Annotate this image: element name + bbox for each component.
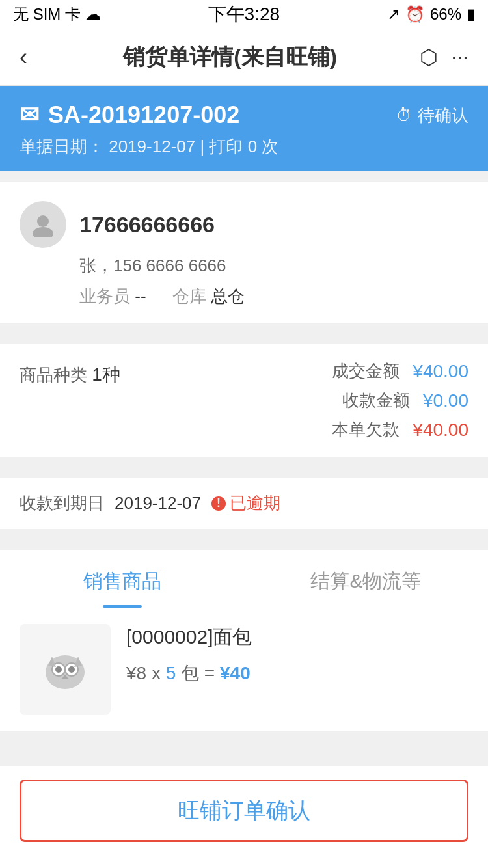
order-header-banner: ✉ SA-20191207-002 ⏱ 待确认 单据日期： 2019-12-07… — [0, 86, 488, 171]
meta-row: 业务员 -- 仓库 总仓 — [79, 285, 468, 308]
due-date-section: 收款到期日 2019-12-07 ! 已逾期 — [0, 478, 488, 529]
clock-icon: ⏱ — [396, 105, 413, 126]
type-value: 1种 — [92, 364, 120, 385]
svg-point-0 — [37, 215, 49, 227]
order-id-text: SA-20191207-002 — [48, 102, 239, 129]
tab-sales-products-label: 销售商品 — [83, 570, 161, 591]
stats-left: 商品种类 1种 — [20, 360, 120, 387]
status-left: 无 SIM 卡 ☁ — [13, 4, 101, 25]
tab-settlement[interactable]: 结算&物流等 — [244, 550, 488, 608]
back-button[interactable]: ‹ — [20, 44, 40, 71]
alarm-icon: ⏰ — [405, 5, 425, 23]
order-date-row: 单据日期： 2019-12-07 | 打印 0 次 — [20, 135, 468, 158]
product-qty: 5 — [166, 663, 176, 683]
due-date-value: 2019-12-07 — [115, 493, 201, 513]
inbox-icon: ✉ — [20, 102, 39, 129]
battery-icon: ▮ — [467, 5, 475, 23]
warehouse-value: 总仓 — [211, 286, 245, 306]
product-section: [0000002]面包 ¥8 x 5 包 = ¥40 — [0, 608, 488, 731]
due-value: ¥40.00 — [413, 420, 468, 441]
due-label: 本单欠款 — [332, 418, 400, 441]
svg-point-6 — [68, 666, 75, 673]
warehouse-label: 仓库 — [172, 286, 206, 306]
type-label: 商品种类 1种 — [20, 362, 120, 387]
amount-label: 成交金额 — [332, 360, 400, 383]
battery-level: 66% — [430, 5, 461, 23]
product-total: ¥40 — [220, 663, 251, 683]
overdue-badge: ! 已逾期 — [211, 492, 280, 515]
product-info: [0000002]面包 ¥8 x 5 包 = ¥40 — [126, 624, 468, 686]
divider-3 — [0, 529, 488, 539]
date-label: 单据日期： — [20, 137, 104, 156]
unit-price: ¥8 — [126, 663, 146, 683]
divider-2 — [0, 457, 488, 467]
page-title: 销货单详情(来自旺铺) — [40, 42, 420, 72]
product-price: ¥8 x 5 包 = ¥40 — [126, 661, 468, 686]
customer-sub-info: 张，156 6666 6666 — [79, 254, 468, 277]
received-value: ¥0.00 — [423, 390, 468, 411]
tab-settlement-label: 结算&物流等 — [310, 570, 421, 591]
warehouse-item: 仓库 总仓 — [172, 285, 245, 308]
amount-value: ¥40.00 — [413, 361, 468, 382]
customer-phone: 17666666666 — [79, 212, 215, 237]
salesperson-value: -- — [135, 286, 146, 306]
status-text: 待确认 — [418, 104, 468, 127]
print-info: | 打印 0 次 — [200, 137, 278, 156]
status-bar: 无 SIM 卡 ☁ 下午3:28 ↗ ⏰ 66% ▮ — [0, 0, 488, 29]
tab-sales-products[interactable]: 销售商品 — [0, 550, 244, 608]
product-name: [0000002]面包 — [126, 624, 468, 651]
order-date: 2019-12-07 — [109, 137, 195, 156]
product-thumbnail — [20, 624, 111, 715]
salesperson-item: 业务员 -- — [79, 285, 146, 308]
more-icon[interactable]: ··· — [451, 45, 468, 69]
stats-right: 成交金额 ¥40.00 收款金额 ¥0.00 本单欠款 ¥40.00 — [332, 360, 468, 441]
order-id: ✉ SA-20191207-002 — [20, 102, 239, 129]
amount-row: 成交金额 ¥40.00 — [332, 360, 468, 383]
salesperson-label: 业务员 — [79, 286, 130, 306]
overdue-icon: ! — [211, 496, 226, 511]
svg-point-1 — [33, 227, 53, 237]
customer-info-section: 17666666666 张，156 6666 6666 业务员 -- 仓库 总仓 — [0, 182, 488, 323]
stats-section: 商品种类 1种 成交金额 ¥40.00 收款金额 ¥0.00 本单欠款 ¥40.… — [0, 344, 488, 457]
confirm-button-label: 旺铺订单确认 — [178, 796, 310, 826]
status-right: ↗ ⏰ 66% ▮ — [387, 5, 475, 23]
avatar — [20, 201, 66, 248]
nav-actions: ⬡ ··· — [420, 45, 468, 70]
due-date-label: 收款到期日 — [20, 492, 104, 515]
banner-top-row: ✉ SA-20191207-002 ⏱ 待确认 — [20, 102, 468, 129]
bottom-area: 旺铺订单确认 — [0, 766, 488, 868]
tabs-container: 销售商品 结算&物流等 — [0, 550, 488, 608]
sim-signal: 无 SIM 卡 ☁ — [13, 4, 101, 25]
due-row: 本单欠款 ¥40.00 — [332, 418, 468, 441]
status-time: 下午3:28 — [208, 2, 280, 27]
confirm-order-button[interactable]: 旺铺订单确认 — [20, 780, 468, 842]
svg-point-5 — [55, 666, 62, 673]
order-status: ⏱ 待确认 — [396, 104, 468, 127]
product-unit: 包 — [181, 663, 199, 683]
share-icon[interactable]: ⬡ — [420, 45, 438, 70]
location-icon: ↗ — [387, 5, 400, 23]
divider-1 — [0, 323, 488, 334]
nav-bar: ‹ 销货单详情(来自旺铺) ⬡ ··· — [0, 29, 488, 86]
overdue-text: 已逾期 — [230, 492, 280, 515]
received-label: 收款金额 — [342, 389, 410, 412]
customer-row: 17666666666 — [20, 201, 468, 248]
received-row: 收款金额 ¥0.00 — [342, 389, 468, 412]
